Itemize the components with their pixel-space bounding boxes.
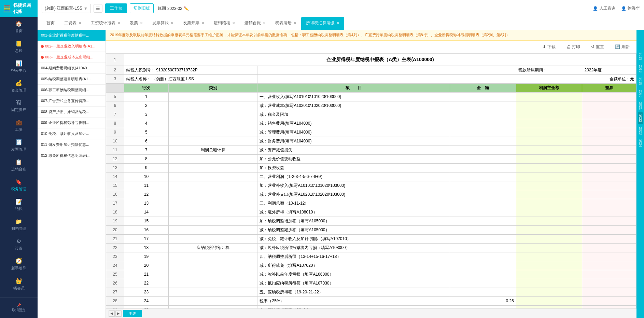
item-17[interactable]: 减：免税、减计收入及加计 扣除（填写A107010）: [257, 234, 450, 243]
amount-1[interactable]: [450, 92, 516, 101]
line-12[interactable]: 12: [124, 190, 168, 199]
item-20[interactable]: 减：所得减免（填写A107020）: [257, 261, 450, 270]
unpin-button[interactable]: 📌 取消固定: [1, 301, 36, 315]
line-7[interactable]: 7: [124, 146, 168, 154]
profit-3[interactable]: [516, 110, 582, 119]
sidebar-item-settings[interactable]: ⚙ 设置: [0, 235, 38, 254]
sidebar-item-payroll[interactable]: 💼 工资: [0, 116, 38, 136]
sheet-next-arrow[interactable]: ▶: [115, 310, 122, 317]
year-2023[interactable]: 2023: [638, 125, 643, 137]
tab-payroll[interactable]: 工资表 ✕: [59, 17, 86, 30]
line-23[interactable]: 23: [124, 288, 168, 296]
amount-11[interactable]: [450, 181, 516, 190]
profit-2[interactable]: [516, 101, 582, 110]
year-2024[interactable]: 2024: [638, 137, 643, 149]
line-21[interactable]: 21: [124, 270, 168, 279]
diff-17[interactable]: [582, 234, 636, 243]
sidebar-item-invoice[interactable]: 🧾 发票管理: [0, 136, 38, 155]
amount-25[interactable]: [450, 305, 516, 308]
tab-invoice-open-close[interactable]: ✕: [201, 21, 204, 25]
line-5[interactable]: 5: [124, 128, 168, 137]
year-2020[interactable]: 2020: [638, 88, 643, 99]
item-18[interactable]: 减：境外应税所得抵减境内亏损（填写A108000）: [257, 243, 450, 252]
profit-5[interactable]: [516, 128, 582, 137]
line-17[interactable]: 17: [124, 234, 168, 243]
amount-14[interactable]: [450, 208, 516, 217]
company-selector[interactable]: (勿删) 江西服宝-LSS ▼: [42, 4, 91, 13]
item-11[interactable]: 加：营业外收入(填写A101010\101020\103000): [257, 181, 450, 190]
line-11[interactable]: 11: [124, 181, 168, 190]
profit-13[interactable]: [516, 199, 582, 208]
diff-16[interactable]: [582, 225, 636, 234]
amount-15[interactable]: [450, 217, 516, 225]
tab-invoice-open[interactable]: 发票开票 ✕: [178, 17, 209, 30]
year-2016[interactable]: 2016: [638, 63, 643, 74]
line-13[interactable]: 13: [124, 199, 168, 208]
left-panel-item-004[interactable]: 004-期间费用明细表(A1040...: [38, 63, 106, 74]
diff-20[interactable]: [582, 261, 636, 270]
amount-24[interactable]: 0.25: [450, 296, 516, 305]
line-20[interactable]: 20: [124, 261, 168, 270]
item-23[interactable]: 五、应纳税所得额（19-20-21-22）: [257, 288, 450, 296]
profit-7[interactable]: [516, 146, 582, 154]
sidebar-item-ledger[interactable]: 📒 总账: [0, 37, 38, 57]
diff-6[interactable]: [582, 137, 636, 146]
amount-6[interactable]: [450, 137, 516, 146]
amount-13[interactable]: [450, 199, 516, 208]
profit-23[interactable]: [516, 288, 582, 296]
sidebar-item-close[interactable]: 📝 结账: [0, 195, 38, 215]
tab-payroll-stats[interactable]: 工资统计报表 ✕: [86, 17, 125, 30]
profit-8[interactable]: [516, 154, 582, 163]
reset-button[interactable]: ↺ 重置: [588, 43, 607, 51]
profit-21[interactable]: [516, 270, 582, 279]
diff-5[interactable]: [582, 128, 636, 137]
profit-24[interactable]: [516, 296, 582, 305]
item-10[interactable]: 二、营业利润（1-2-3-4-5-6-7-8+9）: [257, 172, 450, 181]
line-18[interactable]: 18: [124, 243, 168, 252]
line-8[interactable]: 8: [124, 154, 168, 163]
profit-19[interactable]: [516, 252, 582, 261]
tab-tax-clear[interactable]: 税表清册 ✕: [270, 17, 301, 30]
refresh-button[interactable]: 🔄 刷新: [612, 43, 632, 51]
tab-ledger[interactable]: 进销台账 ✕: [240, 17, 270, 30]
tab-income-tax[interactable]: 所得税汇算清缴 ✕: [301, 17, 344, 30]
profit-4[interactable]: [516, 119, 582, 128]
profit-1[interactable]: [516, 92, 582, 101]
tab-invoice-close[interactable]: ✕: [140, 21, 143, 25]
sidebar-item-reports[interactable]: 📊 报表中心: [0, 57, 38, 77]
diff-15[interactable]: [582, 217, 636, 225]
diff-24[interactable]: [582, 296, 636, 305]
line-14[interactable]: 14: [124, 208, 168, 217]
amount-5[interactable]: [450, 128, 516, 137]
item-16[interactable]: 减：纳税调整减少额（填写A105000）: [257, 225, 450, 234]
item-19[interactable]: 四、纳税调整后所得（13-14+15-16-17+18）: [257, 252, 450, 261]
amount-9[interactable]: [450, 163, 516, 172]
left-panel-item-012[interactable]: 012-减免所得税优惠明细表(...: [38, 150, 106, 161]
amount-20[interactable]: [450, 261, 516, 270]
sidebar-item-home[interactable]: 🏠 首页: [0, 17, 38, 37]
amount-12[interactable]: [450, 190, 516, 199]
item-21[interactable]: 减：弥补以前年度亏损（填写A106000）: [257, 270, 450, 279]
profit-17[interactable]: [516, 234, 582, 243]
amount-16[interactable]: [450, 225, 516, 234]
workbench-button[interactable]: 工作台: [105, 3, 127, 13]
item-1[interactable]: 一、营业收入(填写A101010\101020\103000): [257, 92, 450, 101]
left-panel-item-002[interactable]: 002-一般企业收入明细表(A1...: [38, 41, 106, 52]
profit-15[interactable]: [516, 217, 582, 225]
left-panel-item-011[interactable]: 011-研发费用加计扣除优惠...: [38, 139, 106, 150]
diff-18[interactable]: [582, 243, 636, 252]
item-14[interactable]: 减：境外所得（填写A108010）: [257, 208, 450, 217]
item-22[interactable]: 减：抵扣应纳税所得额（填写A107030）: [257, 279, 450, 288]
left-panel-item-005[interactable]: 005-纳税调整项目明细表(A1...: [38, 74, 106, 85]
profit-14[interactable]: [516, 208, 582, 217]
print-button[interactable]: 🖨 打印: [564, 43, 583, 51]
diff-8[interactable]: [582, 154, 636, 163]
bottom-tab-main[interactable]: 主表: [123, 310, 142, 317]
line-6[interactable]: 6: [124, 137, 168, 146]
period-edit-icon[interactable]: ✏️: [184, 6, 189, 11]
profit-16[interactable]: [516, 225, 582, 234]
line-10[interactable]: 10: [124, 172, 168, 181]
tab-invoice-calc-close[interactable]: ✕: [171, 21, 173, 25]
profit-25[interactable]: [516, 305, 582, 308]
item-4[interactable]: 减：销售费用(填写A104000): [257, 119, 450, 128]
